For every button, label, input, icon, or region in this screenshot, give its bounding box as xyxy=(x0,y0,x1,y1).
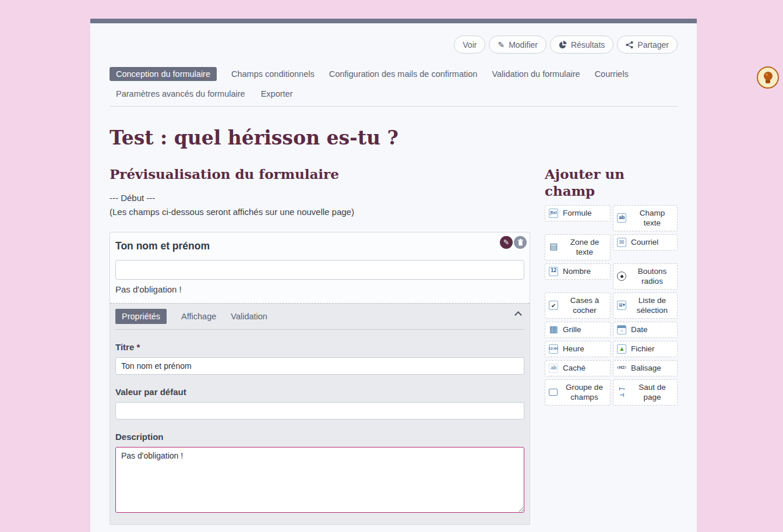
preview-heading: Prévisualisation du formulaire xyxy=(110,166,530,183)
results-button-label: Résultats xyxy=(571,40,605,50)
properties-tabs: Propriétés Affichage Validation xyxy=(115,309,524,330)
formula-icon: ƒ(x) xyxy=(549,209,558,218)
add-field-cache[interactable]: ab Caché xyxy=(545,360,611,376)
field-palette: ƒ(x) Formule ab Champ texte ▤ Zone de te… xyxy=(545,205,678,406)
tab-champs-conditionnels[interactable]: Champs conditionnels xyxy=(231,67,315,81)
help-button[interactable] xyxy=(757,66,779,89)
edit-button-label: Modifier xyxy=(509,40,538,50)
add-field-saut-de-page[interactable]: ⊢-⊣ Saut de page xyxy=(613,379,678,406)
add-field-grille[interactable]: ▦ Grille xyxy=(545,322,611,338)
add-field-balisage[interactable]: <H2> Balisage xyxy=(613,360,678,376)
add-field-zone-de-texte[interactable]: ▤ Zone de texte xyxy=(545,234,611,260)
page-break-label: --- Début --- xyxy=(110,193,530,203)
delete-field-icon[interactable] xyxy=(514,236,527,249)
tabs-divider xyxy=(110,106,678,107)
share-button[interactable]: Partager xyxy=(617,36,678,54)
tab-courriels[interactable]: Courriels xyxy=(595,67,629,81)
add-field-champ-texte[interactable]: ab Champ texte xyxy=(613,205,678,231)
header-actions: Voir ✎ Modifier Résultats Partager xyxy=(110,36,678,54)
add-field-cases-a-cocher[interactable]: ✔ Cases à cocher xyxy=(545,293,611,319)
radio-icon xyxy=(617,272,626,281)
field-title: Ton nom et prénom xyxy=(115,240,524,252)
view-button[interactable]: Voir xyxy=(454,36,485,54)
add-field-formule[interactable]: ƒ(x) Formule xyxy=(545,205,611,221)
tab-parametres-avances[interactable]: Paramètres avancés du formulaire xyxy=(116,87,245,101)
clock-icon: 12:00 xyxy=(549,344,558,354)
number-icon: 12 xyxy=(549,267,558,276)
content-panel: Voir ✎ Modifier Résultats Partager xyxy=(90,19,697,532)
add-field-boutons-radios[interactable]: Boutons radios xyxy=(613,263,678,290)
lightbulb-icon xyxy=(764,72,773,80)
checkbox-icon: ✔ xyxy=(549,301,558,310)
default-value-input[interactable] xyxy=(115,402,524,420)
tab-affichage[interactable]: Affichage xyxy=(181,312,216,321)
title-input[interactable] xyxy=(115,357,524,375)
chevron-up-icon[interactable] xyxy=(514,311,522,319)
email-icon: ✉ xyxy=(617,238,626,247)
textfield-icon: ab xyxy=(617,213,626,223)
required-marker: * xyxy=(136,342,140,352)
default-value-label: Valeur par défaut xyxy=(115,387,524,397)
calendar-icon: ∷ xyxy=(617,325,626,334)
field-card: Ton nom et prénom ✎ Pas d'obligation ! xyxy=(110,232,530,525)
tab-validation[interactable]: Validation xyxy=(231,312,267,321)
field-properties-pane: Propriétés Affichage Validation Titre * … xyxy=(110,303,530,524)
tab-conception-du-formulaire[interactable]: Conception du formulaire xyxy=(110,67,217,81)
page-break-note: (Les champs ci-dessous seront affichés s… xyxy=(110,207,530,217)
add-field-liste-de-selection[interactable]: ≡▾ Liste de sélection xyxy=(613,293,678,319)
description-label: Description xyxy=(115,432,524,442)
add-field-fichier[interactable]: ▲ Fichier xyxy=(613,341,678,357)
add-field-nombre[interactable]: 12 Nombre xyxy=(545,263,611,280)
select-icon: ≡▾ xyxy=(617,301,626,310)
form-preview-column: Prévisualisation du formulaire --- Début… xyxy=(110,166,530,532)
grid-icon: ▦ xyxy=(549,325,558,334)
field-preview-input[interactable] xyxy=(115,260,524,280)
tab-exporter[interactable]: Exporter xyxy=(261,87,293,101)
add-field-heure[interactable]: 12:00 Heure xyxy=(545,341,611,357)
textarea-icon: ▤ xyxy=(549,242,558,252)
add-field-date[interactable]: ∷ Date xyxy=(613,322,678,338)
share-button-label: Partager xyxy=(637,40,669,50)
page-break-icon: ⊢-⊣ xyxy=(617,387,626,397)
form-nav-tabs: Conception du formulaire Champs conditio… xyxy=(110,67,678,107)
pie-chart-icon xyxy=(559,41,567,49)
add-field-heading: Ajouter un champ xyxy=(545,166,638,200)
tab-configuration-mails[interactable]: Configuration des mails de confirmation xyxy=(329,67,478,81)
add-field-courriel[interactable]: ✉ Courriel xyxy=(613,234,678,251)
hidden-field-icon: ab xyxy=(549,364,558,373)
view-button-label: Voir xyxy=(463,40,477,50)
title-field-label: Titre * xyxy=(115,342,524,352)
file-upload-icon: ▲ xyxy=(617,344,626,354)
edit-button[interactable]: ✎ Modifier xyxy=(489,36,546,54)
tab-proprietes[interactable]: Propriétés xyxy=(115,309,167,324)
add-field-sidebar: Ajouter un champ ƒ(x) Formule ab Champ t… xyxy=(545,166,678,532)
add-field-groupe-de-champs[interactable]: Groupe de champs xyxy=(545,379,611,406)
page-title: Test : quel hérisson es-tu ? xyxy=(110,126,678,149)
results-button[interactable]: Résultats xyxy=(550,36,613,54)
share-icon xyxy=(626,41,633,49)
description-textarea[interactable]: Pas d'obligation ! xyxy=(115,447,524,513)
edit-field-icon[interactable]: ✎ xyxy=(500,236,513,249)
tab-validation-du-formulaire[interactable]: Validation du formulaire xyxy=(492,67,580,81)
field-description-text: Pas d'obligation ! xyxy=(115,284,524,294)
form-builder-page: Voir ✎ Modifier Résultats Partager xyxy=(0,0,783,532)
pencil-icon: ✎ xyxy=(498,41,505,49)
fieldset-icon xyxy=(549,389,558,396)
markup-icon: <H2> xyxy=(617,364,626,373)
